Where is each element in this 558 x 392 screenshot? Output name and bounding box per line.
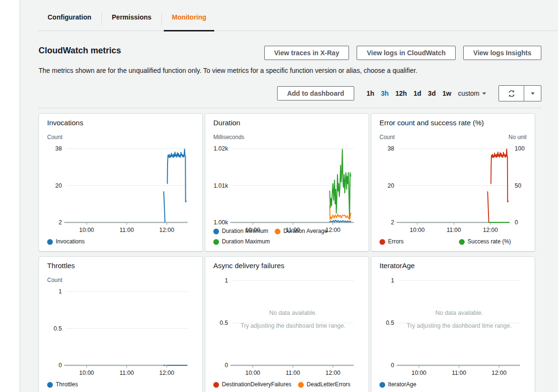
monitoring-content: CloudWatch metrics View traces in X-Ray … [20,46,558,392]
legend-item: Invocations [47,237,85,246]
refresh-button[interactable] [498,85,524,101]
svg-text:20: 20 [55,182,62,189]
tab-monitoring[interactable]: Monitoring [162,13,216,30]
svg-text:11:00: 11:00 [286,370,300,376]
legend-color-dot [213,382,219,388]
chart-legend: IteratorAge [379,380,530,389]
legend-item: Errors [379,237,404,246]
legend-color-dot [213,229,219,234]
legend-label: Duration Maximum [222,237,270,246]
svg-text:2: 2 [391,219,394,226]
custom-label: custom [458,90,479,97]
legend-label: Duration Average [283,227,328,236]
time-range-1d[interactable]: 1d [414,90,421,97]
svg-text:0.5: 0.5 [220,320,228,326]
page-title: CloudWatch metrics [39,46,121,56]
svg-text:0.5: 0.5 [386,320,394,326]
svg-text:38: 38 [388,145,394,152]
legend-item: Duration Minimum [213,227,268,236]
legend-color-dot [275,229,280,234]
svg-text:2: 2 [59,219,62,226]
legend-item: DestinationDeliveryFailures [213,380,291,389]
legend-label: DestinationDeliveryFailures [222,380,291,389]
legend-item: Duration Maximum [213,237,270,246]
chart-plot: 3820210:0011:0012:00 [39,114,203,235]
svg-text:12:00: 12:00 [492,370,507,376]
legend-color-dot [298,382,304,388]
refresh-icon [508,90,516,98]
svg-text:No data available.: No data available. [269,310,317,316]
chart-card-iterator-age: IteratorAge 10.5010:0011:0012:00No data … [371,256,535,392]
tab-configuration[interactable]: Configuration [38,13,101,30]
svg-text:12:00: 12:00 [159,227,174,233]
svg-text:50: 50 [515,182,521,189]
time-range-1h[interactable]: 1h [367,90,374,97]
tab-bar: Configuration Permissions Monitoring [38,0,558,31]
chart-plot: 1.02k1.01k1.00k10:0011:0012:00 [205,114,369,235]
legend-label: Throttles [56,380,78,389]
view-traces-xray-button[interactable]: View traces in X-Ray [264,46,349,60]
svg-text:0: 0 [391,362,394,369]
legend-item: Duration Average [275,227,328,236]
svg-text:12:00: 12:00 [483,227,498,233]
time-range-3h[interactable]: 3h [381,90,389,97]
console-panel: Configuration Permissions Monitoring Clo… [20,0,558,392]
legend-color-dot [379,239,385,245]
svg-text:Try adjusting the dashboard ti: Try adjusting the dashboard time range. [240,322,346,329]
svg-text:12:00: 12:00 [326,370,340,376]
svg-text:11:00: 11:00 [452,370,466,376]
svg-text:38: 38 [55,145,62,152]
svg-text:20: 20 [388,182,394,189]
legend-item: Throttles [47,380,78,389]
legend-color-dot [47,239,53,245]
svg-text:10:00: 10:00 [410,227,425,233]
svg-text:100: 100 [515,145,525,152]
svg-text:10:00: 10:00 [245,370,260,376]
legend-color-dot [47,382,53,388]
view-logs-cloudwatch-button[interactable]: View logs in CloudWatch [357,46,456,60]
svg-text:0: 0 [59,362,62,369]
view-logs-insights-button[interactable]: View logs Insights [463,46,541,60]
svg-text:11:00: 11:00 [447,227,461,233]
refresh-split-button [498,85,541,101]
chart-legend: DestinationDeliveryFailuresDeadLetterErr… [213,380,364,389]
refresh-options-button[interactable] [524,85,541,101]
legend-color-dot [459,239,465,245]
chart-controls: Add to dashboard 1h 3h 12h 1d 3d 1w cust… [39,75,541,108]
chart-card-invocations: Invocations Count 3820210:0011:0012:00 I… [39,113,203,251]
legend-item: IteratorAge [379,380,416,389]
legend-label: Errors [388,237,404,246]
svg-text:1.02k: 1.02k [213,145,228,152]
svg-text:No data available.: No data available. [435,310,483,316]
time-range-1w[interactable]: 1w [442,90,451,97]
time-range-12h[interactable]: 12h [395,90,407,97]
time-range-3d[interactable]: 3d [428,90,436,97]
svg-text:1: 1 [59,288,62,295]
chart-plot: 10.5010:0011:0012:00No data available.Tr… [371,257,536,378]
header-actions: View traces in X-Ray View logs in CloudW… [264,46,541,60]
chevron-down-icon [482,92,486,95]
legend-label: Invocations [56,237,85,246]
svg-text:11:00: 11:00 [120,370,134,376]
svg-text:12:00: 12:00 [159,370,174,376]
add-to-dashboard-button[interactable]: Add to dashboard [277,86,354,101]
chart-plot: 3820210050010:0011:0012:00 [371,114,536,235]
svg-text:1: 1 [391,277,394,284]
legend-label: Success rate (%) [468,237,511,246]
chart-card-errors-success: Error count and success rate (%) Count N… [371,113,535,251]
svg-text:0.5: 0.5 [54,325,62,332]
svg-text:Try adjusting the dashboard ti: Try adjusting the dashboard time range. [407,322,512,329]
legend-item: Success rate (%) [459,237,511,246]
svg-text:1: 1 [225,277,228,284]
svg-text:1.00k: 1.00k [213,219,228,226]
chevron-down-icon [531,92,535,95]
time-range-custom[interactable]: custom [458,90,486,97]
legend-item: DeadLetterErrors [298,380,350,389]
legend-color-dot [379,382,385,388]
tab-permissions[interactable]: Permissions [102,13,161,30]
chart-plot: 10.5010:0011:0012:00 [39,257,203,378]
svg-text:0: 0 [225,362,228,369]
svg-text:1.01k: 1.01k [213,182,228,189]
svg-text:10:00: 10:00 [79,227,94,233]
svg-text:0: 0 [515,219,518,226]
